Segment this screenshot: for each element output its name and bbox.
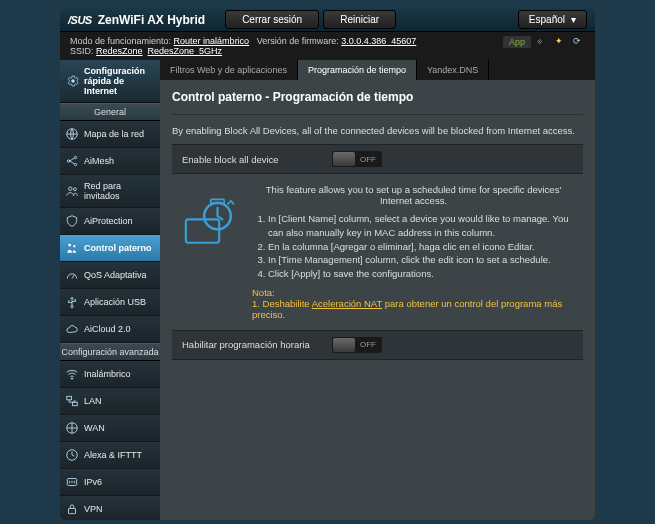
nav-aicloud[interactable]: AiCloud 2.0 bbox=[60, 316, 160, 343]
language-select[interactable]: Español ▾ bbox=[518, 10, 587, 29]
ssid1[interactable]: RedesZone bbox=[96, 46, 143, 56]
toggle-enable-schedule[interactable]: OFF bbox=[332, 337, 382, 353]
globe-icon bbox=[65, 421, 79, 435]
logout-button[interactable]: Cerrar sesión bbox=[225, 10, 319, 29]
nav-label: AiCloud 2.0 bbox=[84, 324, 131, 334]
page-title: Control paterno - Programación de tiempo bbox=[172, 90, 583, 104]
note: Nota: 1. Deshabilite Aceleración NAT par… bbox=[252, 287, 575, 320]
mode-label: Modo de funcionamiento: bbox=[70, 36, 171, 46]
quick-setup-label: Configuración rápida de Internet bbox=[84, 66, 154, 96]
tabs: Filtros Web y de aplicaciones Programaci… bbox=[160, 60, 595, 80]
svg-rect-18 bbox=[186, 219, 219, 242]
nav-label: Red para invitados bbox=[84, 181, 155, 201]
nav-label: Mapa de la red bbox=[84, 129, 144, 139]
svg-rect-11 bbox=[67, 396, 72, 400]
step-3: In [Time Management] column, click the e… bbox=[268, 253, 575, 267]
quick-setup-button[interactable]: Configuración rápida de Internet bbox=[60, 60, 160, 103]
toggle-knob bbox=[333, 152, 355, 166]
svg-rect-12 bbox=[73, 402, 78, 406]
section-advanced: Configuración avanzada bbox=[60, 343, 160, 361]
nav-guest[interactable]: Red para invitados bbox=[60, 175, 160, 208]
nav-label: Alexa & IFTTT bbox=[84, 450, 142, 460]
nav-usb[interactable]: Aplicación USB bbox=[60, 289, 160, 316]
note-label: Nota: bbox=[252, 287, 275, 298]
nav-ipv6[interactable]: IPv6 bbox=[60, 469, 160, 496]
svg-point-0 bbox=[71, 79, 75, 83]
svg-rect-20 bbox=[211, 199, 224, 203]
usb-icon[interactable]: ✦ bbox=[555, 36, 567, 48]
section-general: General bbox=[60, 103, 160, 121]
svg-point-7 bbox=[68, 244, 71, 247]
nav-wan[interactable]: WAN bbox=[60, 415, 160, 442]
lock-icon bbox=[65, 502, 79, 516]
language-label: Español bbox=[529, 14, 565, 25]
svg-point-5 bbox=[69, 187, 73, 191]
step-2: En la columna [Agregar o eliminar], haga… bbox=[268, 240, 575, 254]
mode-value[interactable]: Router inalámbrico bbox=[174, 36, 250, 46]
mesh-icon bbox=[65, 154, 79, 168]
nav-label: Inalámbrico bbox=[84, 369, 131, 379]
wifi-icon bbox=[65, 367, 79, 381]
nav-label: QoS Adaptativa bbox=[84, 270, 147, 280]
tab-timeschedule[interactable]: Programación de tiempo bbox=[298, 60, 417, 80]
info-bar: Modo de funcionamiento: Router inalámbri… bbox=[60, 32, 595, 60]
globe-icon bbox=[65, 127, 79, 141]
nav-parental[interactable]: Control paterno bbox=[60, 235, 160, 262]
nav-label: Control paterno bbox=[84, 243, 152, 253]
nav-label: LAN bbox=[84, 396, 102, 406]
gear-icon bbox=[66, 74, 80, 88]
link-icon[interactable]: ⟐ bbox=[537, 36, 549, 48]
ssid2[interactable]: RedesZone_5GHz bbox=[148, 46, 223, 56]
nav-aimesh[interactable]: AiMesh bbox=[60, 148, 160, 175]
reboot-button[interactable]: Reiniciar bbox=[323, 10, 396, 29]
gauge-icon bbox=[65, 268, 79, 282]
row-label: Enable block all device bbox=[182, 154, 332, 165]
svg-rect-16 bbox=[69, 508, 76, 513]
svg-point-10 bbox=[71, 378, 72, 379]
fw-value[interactable]: 3.0.0.4.386_45607 bbox=[341, 36, 416, 46]
nav-label: VPN bbox=[84, 504, 103, 514]
ssid-label: SSID: bbox=[70, 46, 94, 56]
model-name: ZenWiFi AX Hybrid bbox=[98, 13, 205, 27]
sidebar: Configuración rápida de Internet General… bbox=[60, 60, 160, 520]
svg-point-4 bbox=[74, 163, 76, 165]
nav-alexa[interactable]: Alexa & IFTTT bbox=[60, 442, 160, 469]
toggle-state: OFF bbox=[360, 340, 376, 349]
nav-network-map[interactable]: Mapa de la red bbox=[60, 121, 160, 148]
nav-label: AiMesh bbox=[84, 156, 114, 166]
refresh-icon[interactable]: ⟳ bbox=[573, 36, 585, 48]
svg-point-2 bbox=[67, 160, 69, 162]
row-label: Habilitar programación horaria bbox=[182, 339, 332, 350]
nav-label: Aplicación USB bbox=[84, 297, 146, 307]
nav-aiprotection[interactable]: AiProtection bbox=[60, 208, 160, 235]
svg-point-9 bbox=[71, 306, 73, 308]
note-prefix: 1. Deshabilite bbox=[252, 298, 312, 309]
usb-icon bbox=[65, 295, 79, 309]
toggle-block-all[interactable]: OFF bbox=[332, 151, 382, 167]
nat-accel-link[interactable]: Aceleración NAT bbox=[312, 298, 382, 309]
app-badge[interactable]: App bbox=[503, 36, 531, 48]
toggle-state: OFF bbox=[360, 155, 376, 164]
shield-icon bbox=[65, 214, 79, 228]
nav-lan[interactable]: LAN bbox=[60, 388, 160, 415]
step-1: In [Client Name] column, select a device… bbox=[268, 212, 575, 240]
chevron-down-icon: ▾ bbox=[571, 14, 576, 25]
lan-icon bbox=[65, 394, 79, 408]
divider bbox=[172, 114, 583, 115]
tab-webfilters[interactable]: Filtros Web y de aplicaciones bbox=[160, 60, 298, 80]
svg-point-8 bbox=[73, 245, 75, 247]
tab-yandex[interactable]: Yandex.DNS bbox=[417, 60, 489, 80]
nav-label: WAN bbox=[84, 423, 105, 433]
nav-qos[interactable]: QoS Adaptativa bbox=[60, 262, 160, 289]
page-desc: By enabling Block All Devices, all of th… bbox=[172, 125, 583, 136]
toggle-knob bbox=[333, 338, 355, 352]
fw-label: Versión de firmware: bbox=[257, 36, 339, 46]
nav-wireless[interactable]: Inalámbrico bbox=[60, 361, 160, 388]
nav-vpn[interactable]: VPN bbox=[60, 496, 160, 520]
clock-illustration-icon bbox=[180, 196, 240, 246]
row-enable-schedule: Habilitar programación horaria OFF bbox=[172, 330, 583, 360]
svg-point-3 bbox=[74, 156, 76, 158]
svg-point-6 bbox=[73, 188, 76, 191]
feature-box: This feature allows you to set up a sche… bbox=[172, 174, 583, 330]
step-4: Click [Apply] to save the configurations… bbox=[268, 267, 575, 281]
